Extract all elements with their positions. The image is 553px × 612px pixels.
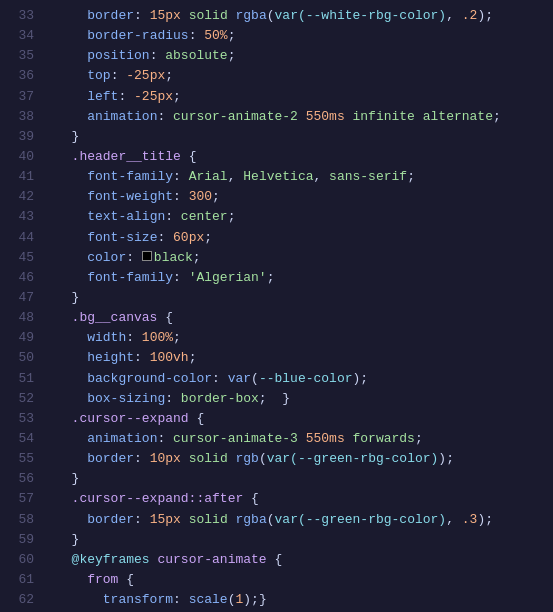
code-line: .header__title {: [56, 147, 553, 167]
code-line: .cursor--expand::after {: [56, 489, 553, 509]
code-line: border: 15px solid rgba(var(--green-rbg-…: [56, 510, 553, 530]
line-number: 56: [0, 469, 44, 489]
line-number: 43: [0, 207, 44, 227]
line-number: 34: [0, 26, 44, 46]
line-number: 40: [0, 147, 44, 167]
line-number: 57: [0, 489, 44, 509]
line-number: 39: [0, 127, 44, 147]
code-line: border: 10px solid rgb(var(--green-rbg-c…: [56, 449, 553, 469]
code-content[interactable]: border: 15px solid rgba(var(--white-rbg-…: [44, 0, 553, 612]
line-number: 62: [0, 590, 44, 610]
code-line: animation: cursor-animate-3 550ms forwar…: [56, 429, 553, 449]
line-number: 58: [0, 510, 44, 530]
code-line: top: -25px;: [56, 66, 553, 86]
line-number: 36: [0, 66, 44, 86]
line-number: 44: [0, 228, 44, 248]
code-line: width: 100%;: [56, 328, 553, 348]
code-line: border-radius: 50%;: [56, 26, 553, 46]
line-number: 55: [0, 449, 44, 469]
code-line: box-sizing: border-box; }: [56, 389, 553, 409]
code-editor: 3334353637383940414243444546474849505152…: [0, 0, 553, 612]
line-number: 41: [0, 167, 44, 187]
code-line: left: -25px;: [56, 87, 553, 107]
code-line: transform: scale(1);}: [56, 590, 553, 610]
code-line: color: black;: [56, 248, 553, 268]
line-number: 42: [0, 187, 44, 207]
line-number: 33: [0, 6, 44, 26]
line-number: 61: [0, 570, 44, 590]
line-number: 51: [0, 369, 44, 389]
code-line: animation: cursor-animate-2 550ms infini…: [56, 107, 553, 127]
color-swatch: [142, 251, 152, 261]
line-number: 60: [0, 550, 44, 570]
line-number: 38: [0, 107, 44, 127]
code-line: height: 100vh;: [56, 348, 553, 368]
code-line: font-family: Arial, Helvetica, sans-seri…: [56, 167, 553, 187]
code-line: font-family: 'Algerian';: [56, 268, 553, 288]
line-number: 50: [0, 348, 44, 368]
code-line: background-color: var(--blue-color);: [56, 369, 553, 389]
line-number: 59: [0, 530, 44, 550]
code-line: from {: [56, 570, 553, 590]
code-line: .cursor--expand {: [56, 409, 553, 429]
code-line: font-weight: 300;: [56, 187, 553, 207]
line-number: 45: [0, 248, 44, 268]
line-number: 52: [0, 389, 44, 409]
code-line: }: [56, 288, 553, 308]
line-number: 47: [0, 288, 44, 308]
code-line: font-size: 60px;: [56, 228, 553, 248]
line-number: 37: [0, 87, 44, 107]
code-line: @keyframes cursor-animate {: [56, 550, 553, 570]
code-line: text-align: center;: [56, 207, 553, 227]
line-number: 35: [0, 46, 44, 66]
line-numbers: 3334353637383940414243444546474849505152…: [0, 0, 44, 612]
code-line: }: [56, 469, 553, 489]
line-number: 46: [0, 268, 44, 288]
line-number: 53: [0, 409, 44, 429]
code-line: }: [56, 127, 553, 147]
code-line: .bg__canvas {: [56, 308, 553, 328]
code-line: }: [56, 530, 553, 550]
line-number: 54: [0, 429, 44, 449]
line-number: 48: [0, 308, 44, 328]
code-line: border: 15px solid rgba(var(--white-rbg-…: [56, 6, 553, 26]
code-line: position: absolute;: [56, 46, 553, 66]
line-number: 49: [0, 328, 44, 348]
